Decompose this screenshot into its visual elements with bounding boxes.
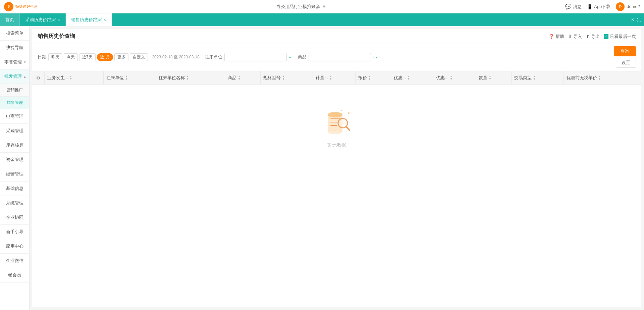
tab-home[interactable]: 首页 [0,13,20,26]
th-goods[interactable]: 商品 ▲▼ [225,71,261,85]
export-btn[interactable]: ⬆ 导出 [586,34,600,40]
only-last-checkbox-label[interactable]: 只看最后一次 [604,34,636,40]
export-icon: ⬆ [586,34,590,39]
sort-qty-icon: ▲▼ [489,75,491,81]
th-pretax-price[interactable]: 优惠前无税单价 ▲▼ [564,71,641,85]
sidebar-item-quick-nav[interactable]: 快捷导航 [0,41,29,55]
user-area[interactable]: D demo2 [616,2,640,11]
close-purchase-history-tab[interactable]: × [58,17,60,22]
th-trade-type[interactable]: 交易类型 ▲▼ [511,71,564,85]
app-download-btn[interactable]: 📱 App下载 [587,4,610,10]
sidebar-item-finance-mgmt[interactable]: 资金管理 [0,153,29,167]
sidebar-item-ecommerce-mgmt-label: 电商管理 [3,113,26,119]
sidebar-item-enterprise-wechat-label: 企业微信 [3,258,26,264]
sort-trade-type-icon: ▲▼ [533,75,536,81]
maximize-tab-button[interactable]: ⛶ [637,17,641,22]
goods-lookup-btn[interactable]: ··· [373,54,377,60]
th-discount2[interactable]: 优惠... ▲▼ [433,71,476,85]
main-layout: 搜索菜单 快捷导航 零售管理 ▼ 批发管理 ▲ 营销推广 销售管理 电商管理 采… [0,26,644,310]
th-spec[interactable]: 规格型号 ▲▼ [261,71,313,85]
th-gear[interactable]: ⚙ [32,71,44,85]
sidebar-item-newbie-guide[interactable]: 新手引导 [0,225,29,239]
sidebar-item-vip-member[interactable]: 畅会员 [0,268,29,282]
svg-point-2 [328,112,342,117]
query-button[interactable]: 查询 [614,46,636,56]
th-quote[interactable]: 报价 ▲▼ [355,71,391,85]
close-sales-history-tab[interactable]: × [104,17,106,22]
svg-line-8 [346,126,350,130]
sidebar-item-enterprise-collab[interactable]: 企业协同 [0,210,29,225]
svg-text:✦: ✦ [340,109,342,112]
help-btn[interactable]: ❓ 帮助 [549,34,564,40]
partner-input[interactable] [224,53,287,61]
sidebar-item-sales-mgmt[interactable]: 销售管理 [0,97,29,109]
message-icon: 💬 [565,4,572,10]
th-biz-date[interactable]: 业务发生... ▲▼ [44,71,104,85]
page-actions: ❓ 帮助 ⬇ 导入 ⬆ 导出 只看最后一次 [549,34,636,40]
th-discount1[interactable]: 优惠... ▲▼ [391,71,433,85]
sidebar-item-marketing-promo[interactable]: 营销推广 [0,84,29,97]
sidebar-item-retail-mgmt[interactable]: 零售管理 ▼ [0,55,29,69]
sidebar-item-ops-mgmt[interactable]: 经营管理 [0,167,29,182]
tab-sales-history[interactable]: 销售历史价跟踪 × [66,13,112,26]
date-btn-today[interactable]: 今天 [64,53,78,61]
tab-home-label: 首页 [5,17,14,23]
content: 销售历史价查询 ❓ 帮助 ⬇ 导入 ⬆ 导出 [30,26,644,310]
logo-area: 6 畅捷通好生意 [4,2,38,11]
date-filter-group: 日期 昨天 今天 近7天 近1月 更多 自定义 2023-02-18 至 202… [38,53,200,61]
sidebar-item-marketing-promo-label: 营销推广 [3,87,26,93]
sidebar-item-vip-member-label: 畅会员 [3,272,26,278]
sidebar-item-system-mgmt[interactable]: 系统管理 [0,196,29,210]
sidebar-item-search-menu[interactable]: 搜索菜单 [0,26,29,41]
sort-quote-icon: ▲▼ [368,75,371,81]
th-qty[interactable]: 数量 ▲▼ [476,71,512,85]
partner-input-group: ··· [224,53,293,61]
help-icon: ❓ [549,34,554,39]
sidebar-item-enterprise-wechat[interactable]: 企业微信 [0,254,29,268]
sidebar-item-basic-info[interactable]: 基础信息 [0,182,29,196]
date-btn-custom[interactable]: 自定义 [130,53,148,61]
goods-filter-group: 商品 ··· [298,53,377,61]
partner-lookup-btn[interactable]: ··· [289,54,293,60]
empty-text: 暂无数据 [327,142,346,148]
goods-input[interactable] [309,53,371,61]
settings-button[interactable]: 设置 [616,58,636,68]
sort-spec-icon: ▲▼ [282,75,285,81]
date-btn-more[interactable]: 更多 [114,53,128,61]
date-filter-label: 日期 [38,54,46,60]
dropdown-icon[interactable]: ▼ [322,4,326,9]
date-btn-yesterday[interactable]: 昨天 [48,53,62,61]
empty-illustration: ✦ ✦ [320,105,354,138]
username: demo2 [627,4,640,9]
partner-filter-label: 往来单位 [205,54,222,60]
top-bar-right: 💬 消息 📱 App下载 D demo2 [565,2,640,11]
message-btn[interactable]: 💬 消息 [565,4,582,10]
tab-sales-history-label: 销售历史价跟踪 [71,17,102,23]
import-btn[interactable]: ⬇ 导入 [568,34,582,40]
company-label: 办公用品行业模拟账套 [276,4,320,10]
sidebar-item-newbie-guide-label: 新手引导 [3,229,26,235]
close-tab-button[interactable]: × [631,17,634,23]
sidebar-item-basic-info-label: 基础信息 [3,186,26,192]
th-partner-code[interactable]: 往来单位 ▲▼ [104,71,156,85]
date-btn-1month[interactable]: 近1月 [97,53,113,61]
tab-purchase-history[interactable]: 采购历史价跟踪 × [20,13,66,26]
sort-goods-icon: ▲▼ [238,75,240,81]
goods-input-group: ··· [309,53,377,61]
sidebar-item-wholesale-mgmt[interactable]: 批发管理 ▲ [0,69,29,84]
date-btn-7days[interactable]: 近7天 [79,53,96,61]
date-buttons: 昨天 今天 近7天 近1月 更多 自定义 [48,53,148,61]
sidebar-item-inventory-check[interactable]: 库存核算 [0,138,29,153]
th-partner-name[interactable]: 往来单位名称 ▲▼ [156,71,225,85]
only-last-checkbox[interactable] [604,34,608,39]
sidebar-item-purchase-mgmt[interactable]: 采购管理 [0,124,29,138]
app-download-icon: 📱 [587,4,593,9]
sidebar-item-ecommerce-mgmt[interactable]: 电商管理 [0,109,29,124]
sidebar-item-enterprise-collab-label: 企业协同 [3,214,26,220]
th-unit[interactable]: 计量... ▲▼ [313,71,356,85]
sidebar-item-purchase-mgmt-label: 采购管理 [3,128,26,134]
sidebar-item-app-center[interactable]: 应用中心 [0,239,29,254]
page-container: 销售历史价查询 ❓ 帮助 ⬇ 导入 ⬆ 导出 [32,29,641,307]
filter-right: 查询 设置 [614,46,636,68]
sort-partner-name-icon: ▲▼ [186,75,189,81]
